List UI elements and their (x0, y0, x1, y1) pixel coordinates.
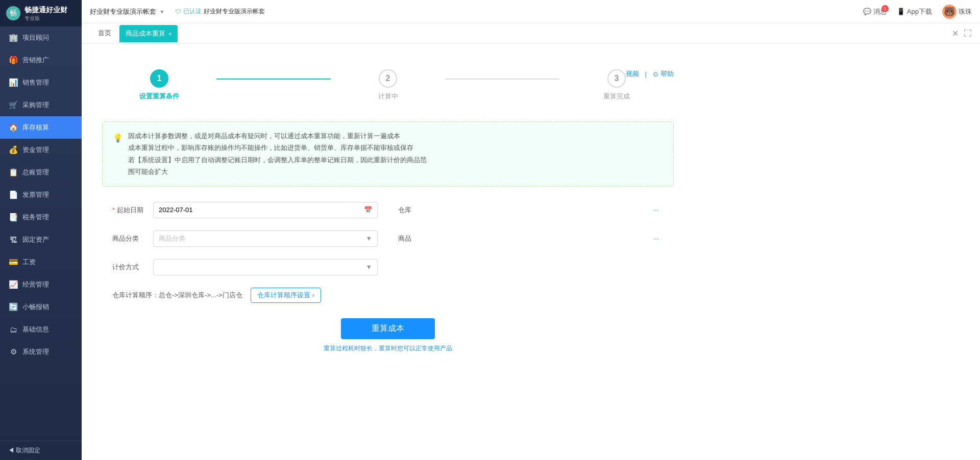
step-2: 2 计算中 (331, 69, 445, 101)
category-placeholder: 商品分类 (159, 234, 185, 243)
user-name: 珠珠 (959, 7, 972, 16)
app-logo-text: 畅捷通好业财 专业版 (24, 5, 67, 21)
sidebar-item-label: 总账管理 (22, 168, 49, 177)
phone-icon: 📱 (897, 8, 905, 15)
calc-hint: 重算过程耗时较长，重算时您可以正常使用产品 (112, 344, 664, 353)
step-3-circle: 3 (607, 69, 626, 88)
tax-icon: 📑 (8, 212, 18, 222)
message-icon: 💬 (863, 8, 871, 15)
sidebar-item-label: 基础信息 (22, 325, 49, 334)
warehouse-order-btn[interactable]: 仓库计算顺序设置 › (251, 288, 321, 303)
warehouse-order-row: 仓库计算顺序：总仓->深圳仓库->...->门店仓 仓库计算顺序设置 › (112, 288, 664, 303)
step-1: 1 设置重算条件 (102, 69, 216, 101)
sidebar-item-assets[interactable]: 🏗 固定资产 (0, 228, 82, 251)
purchase-icon: 🛒 (8, 100, 18, 110)
sidebar-item-label: 营销推广 (22, 56, 49, 65)
warehouse-dots-btn[interactable]: ··· (439, 202, 664, 218)
chevron-down-icon: ▼ (365, 263, 372, 271)
assets-icon: 🏗 (8, 235, 18, 245)
sidebar-item-finance[interactable]: 💰 资金管理 (0, 139, 82, 161)
sidebar-item-salary[interactable]: 💳 工资 (0, 251, 82, 273)
content: 1 设置重算条件 2 计算中 3 重算完成 (82, 44, 980, 460)
avatar: 🐻 (942, 5, 957, 19)
product-dots-btn[interactable]: ··· (439, 231, 664, 247)
message-action[interactable]: 💬 消息 1 (863, 7, 887, 16)
shield-icon: 🛡 (175, 8, 181, 15)
form-row-2: 商品分类 商品分类 ▼ 商品 ··· (112, 231, 664, 247)
sidebar-item-label: 税务管理 (22, 213, 49, 222)
form-row-3: 计价方式 ▼ (112, 259, 664, 275)
sidebar-item-invoice[interactable]: 📄 发票管理 (0, 184, 82, 206)
calc-section: 重算成本 重算过程耗时较长，重算时您可以正常使用产品 (112, 318, 664, 353)
step-3-label: 重算完成 (603, 92, 630, 101)
user-action[interactable]: 🐻 珠珠 (942, 5, 972, 19)
step-line-1 (216, 79, 331, 80)
sidebar-item-label: 经营管理 (22, 280, 49, 289)
sidebar-item-label: 销售管理 (22, 78, 49, 87)
project-icon: 🏢 (8, 33, 18, 43)
sales-icon: 📊 (8, 78, 18, 88)
pricing-select[interactable]: ▼ (153, 259, 378, 275)
sidebar-item-label: 小畅报销 (22, 302, 49, 312)
category-select[interactable]: 商品分类 ▼ (153, 231, 378, 247)
warehouse-order-label: 仓库计算顺序：总仓->深圳仓库->...->门店仓 (112, 291, 242, 300)
sidebar-nav: 🏢 项目顾问 🎁 营销推广 📊 销售管理 🛒 采购管理 🏠 库存核算 💰 资金管… (0, 27, 82, 441)
step-1-circle: 1 (150, 69, 168, 88)
app-download-action[interactable]: 📱 App下载 (897, 7, 932, 16)
basic-icon: 🗂 (8, 324, 18, 335)
verified-badge: 🛡 已认证 好业财专业版演示帐套 (175, 7, 265, 16)
calc-btn[interactable]: 重算成本 (341, 318, 435, 339)
close-window-icon[interactable]: ✕ (952, 29, 959, 38)
chevron-down-icon: ▼ (365, 235, 372, 242)
question-icon: ⊙ (653, 70, 658, 78)
sidebar-item-operation[interactable]: 📈 经营管理 (0, 273, 82, 296)
sidebar-item-label: 采购管理 (22, 100, 49, 110)
tab-label: 商品成本重算 (126, 29, 165, 38)
sidebar-item-purchase[interactable]: 🛒 采购管理 (0, 94, 82, 116)
tab-expand-btns: ✕ ⛶ (952, 29, 972, 38)
tab-cost-recalc[interactable]: 商品成本重算 × (119, 25, 178, 42)
sidebar-item-accounting[interactable]: 📋 总账管理 (0, 161, 82, 184)
verified-label: 已认证 (183, 7, 202, 16)
sidebar-logo: 畅 畅捷通好业财 专业版 (0, 0, 82, 27)
sidebar-unpin[interactable]: ◀ 取消固定 (0, 441, 82, 460)
sidebar-item-basic[interactable]: 🗂 基础信息 (0, 318, 82, 341)
pricing-field: 计价方式 ▼ (112, 259, 378, 275)
account-selector[interactable]: 好业财专业版演示帐套 ▼ (90, 7, 165, 16)
step-2-circle: 2 (379, 69, 397, 88)
start-date-label: 起始日期 (112, 206, 153, 215)
warehouse-label: 仓库 (398, 206, 439, 215)
tab-close-icon[interactable]: × (168, 31, 172, 37)
sidebar-item-project[interactable]: 🏢 项目顾问 (0, 27, 82, 49)
sidebar-item-label: 系统管理 (22, 347, 49, 356)
notice-box: 💡 因成本计算参数调整，或是对商品成本有疑问时，可以通过成本重算功能，重新计算一… (102, 121, 674, 187)
sidebar-item-label: 库存核算 (22, 123, 49, 132)
system-icon: ⚙ (8, 347, 18, 357)
tabbar: 首页 商品成本重算 × ✕ ⛶ (82, 23, 980, 44)
sidebar-item-label: 资金管理 (22, 145, 49, 155)
tab-home[interactable]: 首页 (90, 24, 119, 43)
chevron-down-icon: ▼ (159, 9, 165, 15)
sidebar-item-tax[interactable]: 📑 税务管理 (0, 206, 82, 228)
start-date-field: 起始日期 2022-07-01 📅 (112, 202, 378, 218)
sidebar-item-inventory[interactable]: 🏠 库存核算 (0, 116, 82, 139)
warehouse-order-btn-label: 仓库计算顺序设置 (257, 291, 310, 300)
help-link[interactable]: ⊙ 帮助 (653, 69, 674, 79)
main-area: 好业财专业版演示帐套 ▼ 🛡 已认证 好业财专业版演示帐套 💬 消息 1 📱 A… (82, 0, 980, 460)
expand-icon[interactable]: ⛶ (964, 29, 972, 38)
steps: 1 设置重算条件 2 计算中 3 重算完成 (102, 59, 674, 106)
sidebar-item-label: 工资 (22, 258, 36, 267)
unpin-label: ◀ 取消固定 (8, 446, 40, 455)
sidebar-item-sales[interactable]: 📊 销售管理 (0, 71, 82, 94)
step-2-label: 计算中 (378, 92, 398, 101)
start-date-input[interactable]: 2022-07-01 📅 (153, 202, 378, 218)
warning-icon: 💡 (113, 131, 123, 178)
sidebar-item-system[interactable]: ⚙ 系统管理 (0, 341, 82, 363)
app-logo-icon: 畅 (6, 6, 20, 20)
sidebar-item-marketing[interactable]: 🎁 营销推广 (0, 49, 82, 71)
sidebar-item-expense[interactable]: 🔄 小畅报销 (0, 296, 82, 318)
steps-help: ▷ 视频 | ⊙ 帮助 (619, 69, 674, 79)
accounting-icon: 📋 (8, 167, 18, 177)
sidebar: 畅 畅捷通好业财 专业版 🏢 项目顾问 🎁 营销推广 📊 销售管理 🛒 采购管理… (0, 0, 82, 460)
calc-btn-label: 重算成本 (372, 324, 404, 333)
